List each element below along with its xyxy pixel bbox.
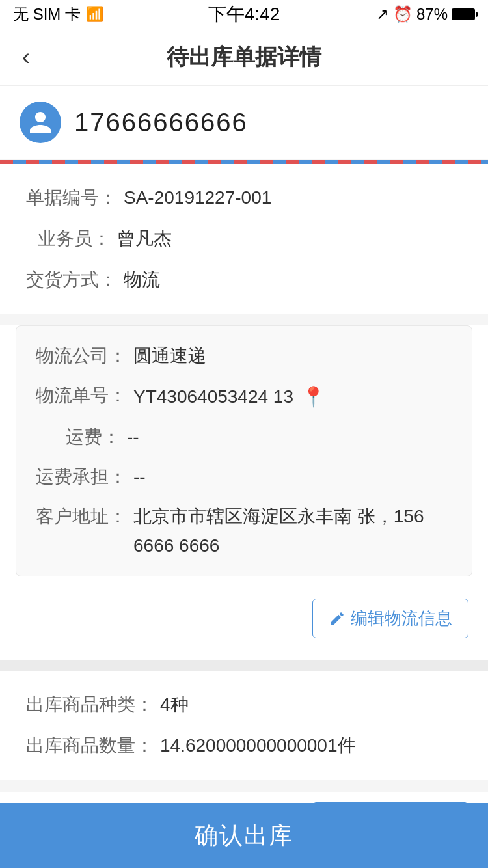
- battery-text: 87%: [416, 5, 448, 23]
- goods-quantity-label: 出库商品数量：: [26, 731, 160, 761]
- goods-types-row: 出库商品种类： 4种: [26, 690, 462, 720]
- carrier-text: 无 SIM 卡: [13, 4, 81, 25]
- tracking-number: YT43064053424 13: [133, 383, 293, 412]
- status-bar: 无 SIM 卡 📶 下午4:42 ↗ ⏰ 87%: [0, 0, 488, 29]
- battery-icon: [452, 8, 475, 20]
- back-button[interactable]: ‹: [16, 37, 36, 77]
- freight-bear-row: 运费承担： --: [36, 463, 452, 492]
- logistics-section: 物流公司： 圆通速递 物流单号： YT43064053424 13 📍 运费： …: [0, 325, 488, 660]
- freight-row: 运费： --: [36, 423, 452, 452]
- section-separator: [0, 660, 488, 671]
- alarm-icon: ⏰: [393, 5, 413, 23]
- logistics-card: 物流公司： 圆通速递 物流单号： YT43064053424 13 📍 运费： …: [16, 325, 472, 576]
- delivery-label: 交货方式：: [26, 265, 124, 295]
- edit-logistics-area: 编辑物流信息: [0, 588, 488, 654]
- logistics-company-value: 圆通速递: [133, 342, 452, 371]
- address-value: 北京市市辖区海淀区永丰南 张，156 6666 6666: [133, 502, 452, 561]
- freight-bear-label: 运费承担：: [36, 463, 133, 492]
- status-time: 下午4:42: [208, 2, 280, 27]
- logistics-company-label: 物流公司：: [36, 342, 133, 371]
- salesman-row: 业务员： 曾凡杰: [26, 224, 462, 254]
- customer-phone: 17666666666: [74, 108, 248, 137]
- confirm-outbound-button[interactable]: 确认出库: [0, 803, 488, 868]
- order-no-value: SA-20191227-001: [124, 183, 462, 213]
- delivery-row: 交货方式： 物流: [26, 265, 462, 295]
- confirm-btn-label: 确认出库: [195, 820, 293, 852]
- order-no-label: 单据编号：: [26, 183, 124, 213]
- location-arrow-icon: ↗: [376, 5, 389, 23]
- status-right: ↗ ⏰ 87%: [376, 5, 475, 23]
- logistics-tracking-label: 物流单号：: [36, 381, 133, 411]
- edit-logistics-label: 编辑物流信息: [351, 607, 452, 630]
- customer-card: 17666666666: [0, 86, 488, 159]
- goods-quantity-row: 出库商品数量： 14.620000000000001件: [26, 731, 462, 761]
- freight-value: --: [127, 423, 452, 452]
- logistics-tracking-row: 物流单号： YT43064053424 13 📍: [36, 381, 452, 413]
- map-pin-icon[interactable]: 📍: [301, 381, 325, 413]
- edit-icon: [329, 610, 346, 627]
- wifi-icon: 📶: [86, 6, 103, 23]
- freight-label: 运费：: [36, 423, 127, 452]
- address-label: 客户地址：: [36, 502, 133, 532]
- nav-bar: ‹ 待出库单据详情: [0, 29, 488, 86]
- salesman-label: 业务员：: [26, 224, 117, 254]
- status-left: 无 SIM 卡 📶: [13, 4, 103, 25]
- delivery-value: 物流: [124, 265, 462, 295]
- salesman-value: 曾凡杰: [117, 224, 462, 254]
- goods-section: 出库商品种类： 4种 出库商品数量： 14.620000000000001件: [0, 671, 488, 780]
- goods-types-label: 出库商品种类：: [26, 690, 160, 720]
- logistics-company-row: 物流公司： 圆通速递: [36, 342, 452, 371]
- goods-quantity-value: 14.620000000000001件: [160, 731, 462, 761]
- logistics-tracking-value: YT43064053424 13 📍: [133, 381, 452, 413]
- order-no-row: 单据编号： SA-20191227-001: [26, 183, 462, 213]
- address-row: 客户地址： 北京市市辖区海淀区永丰南 张，156 6666 6666: [36, 502, 452, 561]
- freight-bear-value: --: [133, 463, 452, 492]
- edit-logistics-button[interactable]: 编辑物流信息: [312, 599, 468, 638]
- page-title: 待出库单据详情: [167, 42, 321, 72]
- avatar: [20, 102, 61, 143]
- person-icon: [27, 109, 53, 135]
- bottom-action-area: 确认出库: [0, 803, 488, 868]
- order-info-section: 单据编号： SA-20191227-001 业务员： 曾凡杰 交货方式： 物流: [0, 164, 488, 314]
- goods-types-value: 4种: [160, 690, 462, 720]
